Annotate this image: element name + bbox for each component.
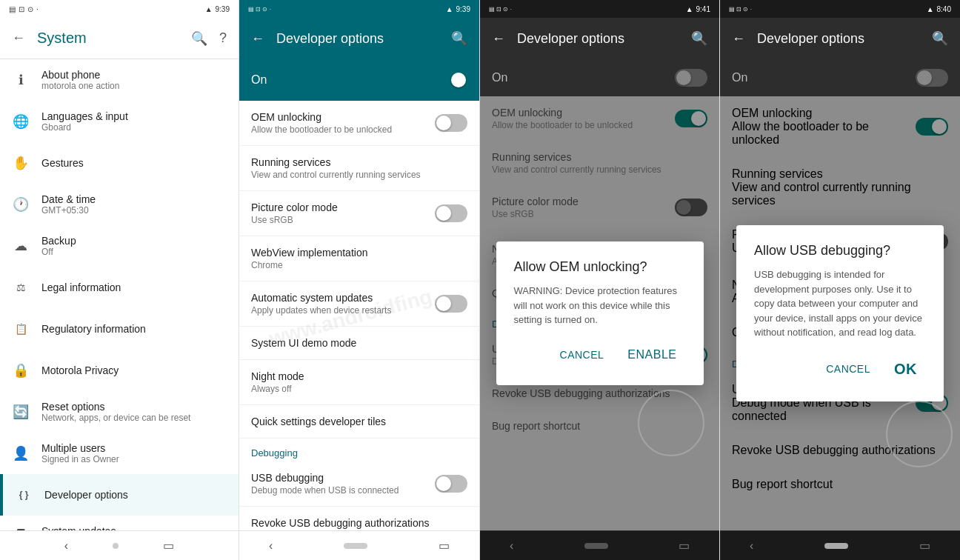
home-nav-3[interactable] bbox=[584, 543, 608, 549]
sidebar-item-languages[interactable]: 🌐 Languages & input Gboard bbox=[0, 101, 239, 142]
status-bar-4: ▤ ⊡ ⊙ · ▲ 8:40 bbox=[720, 0, 960, 18]
sidebar-item-legal[interactable]: ⚖ Legal information bbox=[0, 267, 239, 308]
notification-icon: ▤ bbox=[9, 5, 16, 13]
oem-cancel-button[interactable]: Cancel bbox=[551, 342, 613, 367]
multiuser-icon: 👤 bbox=[12, 444, 30, 462]
panel-developer-options: ▤ ⊡ ⊙ · ▲ 9:39 ← Developer options 🔍 On … bbox=[239, 0, 480, 560]
setting-night-mode[interactable]: Night mode Always off bbox=[239, 360, 479, 405]
on-row-3: On bbox=[480, 59, 719, 96]
bottom-nav-1: ‹ ▭ bbox=[0, 530, 239, 560]
oem-dialog: Allow OEM unlocking? WARNING: Device pro… bbox=[496, 241, 704, 385]
status-icons-right-2: ▲ 9:39 bbox=[446, 5, 470, 13]
back-nav-4[interactable]: ‹ bbox=[750, 539, 753, 553]
toolbar-2: ← Developer options 🔍 bbox=[239, 18, 479, 59]
dev-toggle-4[interactable] bbox=[916, 69, 948, 87]
notif-icon: ▤ ⊡ ⊙ · bbox=[248, 6, 271, 13]
back-nav-2[interactable]: ‹ bbox=[269, 539, 273, 553]
panel-developer-options-usb: ▤ ⊡ ⊙ · ▲ 8:40 ← Developer options 🔍 On … bbox=[720, 0, 960, 560]
search-icon-2[interactable]: 🔍 bbox=[451, 30, 467, 47]
sidebar-item-datetime[interactable]: 🕐 Date & time GMT+05:30 bbox=[0, 184, 239, 225]
enable-circle-highlight bbox=[638, 390, 704, 456]
dev-options-content-4: OEM unlocking Allow the bootloader to be… bbox=[720, 96, 960, 530]
backup-icon: ☁ bbox=[12, 237, 30, 255]
time-2: 9:39 bbox=[456, 5, 470, 13]
status-icons-right-3: ▲ 9:41 bbox=[686, 5, 710, 13]
languages-icon: 🌐 bbox=[12, 113, 30, 130]
usb-dialog-title: Allow USB debugging? bbox=[754, 243, 926, 259]
toolbar-1: ← System 🔍 ? bbox=[0, 18, 239, 59]
bottom-nav-3: ‹ ▭ bbox=[480, 530, 719, 560]
usb-cancel-button[interactable]: Cancel bbox=[817, 355, 879, 384]
setting-usb-debug[interactable]: USB debugging Debug mode when USB is con… bbox=[239, 461, 479, 507]
home-nav-4[interactable] bbox=[824, 543, 848, 549]
dev-options-content-3: OEM unlocking Allow the bootloader to be… bbox=[480, 96, 719, 530]
oem-dialog-actions: Cancel Enable bbox=[514, 342, 686, 367]
regulatory-icon: 📋 bbox=[12, 320, 30, 338]
sidebar-item-motorola[interactable]: 🔒 Motorola Privacy bbox=[0, 350, 239, 391]
setting-oem-unlocking[interactable]: OEM unlocking Allow the bootloader to be… bbox=[239, 101, 479, 146]
wifi-icon-2: ▲ bbox=[446, 5, 453, 13]
about-label: About phone bbox=[41, 69, 119, 81]
home-nav-dot[interactable] bbox=[113, 543, 119, 549]
oem-dialog-title: Allow OEM unlocking? bbox=[514, 259, 686, 275]
usb-debug-toggle[interactable] bbox=[435, 475, 467, 493]
setting-uidemo[interactable]: System UI demo mode bbox=[239, 327, 479, 360]
about-sublabel: motorola one action bbox=[41, 81, 119, 91]
oem-toggle[interactable] bbox=[435, 114, 467, 132]
gestures-icon: ✋ bbox=[12, 154, 30, 172]
back-nav-3[interactable]: ‹ bbox=[510, 539, 513, 553]
search-icon-3[interactable]: 🔍 bbox=[691, 30, 707, 47]
help-icon[interactable]: ? bbox=[219, 30, 227, 46]
setting-webview[interactable]: WebView implementation Chrome bbox=[239, 236, 479, 281]
panel-system-settings: ▤ ⊡ ⊙ · ▲ 9:39 ← System 🔍 ? ℹ About phon… bbox=[0, 0, 239, 560]
recents-nav-2[interactable]: ▭ bbox=[439, 539, 450, 553]
usb-dialog-actions: Cancel OK bbox=[754, 355, 926, 384]
back-icon-2[interactable]: ← bbox=[251, 31, 264, 47]
back-icon-4[interactable]: ← bbox=[732, 31, 745, 47]
back-nav-icon[interactable]: ‹ bbox=[64, 539, 68, 553]
sidebar-item-regulatory[interactable]: 📋 Regulatory information bbox=[0, 308, 239, 350]
sidebar-item-reset[interactable]: 🔄 Reset options Network, apps, or device… bbox=[0, 391, 239, 433]
dev-options-title-4: Developer options bbox=[757, 31, 920, 47]
sidebar-item-backup[interactable]: ☁ Backup Off bbox=[0, 225, 239, 267]
setting-running-services[interactable]: Running services View and control curren… bbox=[239, 146, 479, 191]
recents-nav-4[interactable]: ▭ bbox=[919, 539, 930, 553]
search-icon-4[interactable]: 🔍 bbox=[932, 30, 948, 47]
status-icons-right-4: ▲ 8:40 bbox=[927, 5, 951, 13]
setting-picture-color[interactable]: Picture color mode Use sRGB bbox=[239, 191, 479, 236]
status-bar-1: ▤ ⊡ ⊙ · ▲ 9:39 bbox=[0, 0, 239, 18]
usb-dialog-overlay: Allow USB debugging? USB debugging is in… bbox=[720, 96, 960, 530]
ok-circle-highlight bbox=[886, 401, 953, 467]
reset-icon: 🔄 bbox=[12, 403, 30, 421]
setting-auto-update[interactable]: Automatic system updates Apply updates w… bbox=[239, 281, 479, 327]
back-icon-3[interactable]: ← bbox=[492, 31, 505, 47]
autoupdate-toggle[interactable] bbox=[435, 295, 467, 313]
setting-revoke-usb[interactable]: Revoke USB debugging authorizations bbox=[239, 507, 479, 530]
on-row-4: On bbox=[720, 59, 960, 96]
debugging-section-label: Debugging bbox=[239, 439, 479, 461]
time-4: 8:40 bbox=[937, 5, 951, 13]
sidebar-item-sysupdates[interactable]: 📱 System updates Updated to Android 9 bbox=[0, 516, 239, 530]
bottom-nav-2: ‹ ▭ bbox=[239, 530, 479, 560]
about-icon: ℹ bbox=[12, 71, 30, 89]
dev-toggle-3[interactable] bbox=[675, 69, 707, 87]
sidebar-item-gestures[interactable]: ✋ Gestures bbox=[0, 142, 239, 184]
search-icon[interactable]: 🔍 bbox=[191, 30, 207, 47]
home-nav-2[interactable] bbox=[344, 543, 367, 549]
sidebar-item-multiuser[interactable]: 👤 Multiple users Signed in as Owner bbox=[0, 433, 239, 474]
back-icon[interactable]: ← bbox=[12, 30, 25, 46]
dev-options-toggle[interactable] bbox=[435, 71, 467, 89]
oem-dialog-overlay: Allow OEM unlocking? WARNING: Device pro… bbox=[480, 96, 719, 530]
oem-enable-button[interactable]: Enable bbox=[619, 342, 685, 367]
system-menu-list: ℹ About phone motorola one action 🌐 Lang… bbox=[0, 59, 239, 530]
time-3: 9:41 bbox=[696, 5, 710, 13]
color-toggle[interactable] bbox=[435, 204, 467, 222]
sidebar-item-developer[interactable]: { } Developer options bbox=[0, 474, 239, 516]
recents-nav-3[interactable]: ▭ bbox=[679, 539, 690, 553]
datetime-icon: 🕐 bbox=[12, 196, 30, 213]
status-bar-2: ▤ ⊡ ⊙ · ▲ 9:39 bbox=[239, 0, 479, 18]
recents-nav-icon[interactable]: ▭ bbox=[163, 539, 174, 553]
setting-quick-tiles[interactable]: Quick settings developer tiles bbox=[239, 405, 479, 439]
usb-ok-button[interactable]: OK bbox=[885, 355, 926, 384]
sidebar-item-about[interactable]: ℹ About phone motorola one action bbox=[0, 59, 239, 101]
